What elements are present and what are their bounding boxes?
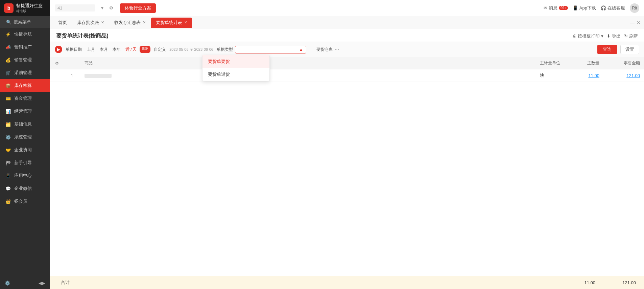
app-download-item[interactable]: 📱 App下载: [573, 5, 596, 11]
col-header-num: [64, 57, 80, 69]
col-header-settings[interactable]: ⚙: [50, 57, 64, 69]
row-unit: 块: [536, 69, 570, 82]
col-header-qty: 主数量: [570, 57, 603, 69]
system-icon: ⚙️: [5, 135, 11, 140]
dropdown-item-order-return[interactable]: 要货单退货: [202, 68, 269, 81]
sidebar-item-app-center[interactable]: 📱 应用中心: [0, 169, 50, 182]
tab-close-recv-summary[interactable]: ✕: [143, 20, 146, 25]
sidebar-item-enterprise[interactable]: 🤝 企业协同: [0, 143, 50, 156]
type-filter-label: 单据类型: [217, 47, 233, 52]
dropdown-item-order-in[interactable]: 要货单要货: [202, 55, 269, 68]
refresh-icon: ↻: [624, 34, 628, 39]
footer-total-amount: 121.00: [599, 280, 640, 285]
finance-icon: 💳: [5, 96, 11, 101]
refresh-button[interactable]: ↻ 刷新: [624, 33, 638, 39]
export-icon: ⬇: [607, 34, 611, 39]
topbar-right: ✉ 消息 99+ 📱 App下载 🎧 在线客服 Rit: [544, 3, 639, 13]
marketing-icon: 📣: [5, 45, 11, 50]
member-icon: 👑: [5, 199, 11, 204]
settings-button[interactable]: 设置: [620, 45, 639, 54]
date-quick-buttons: 上月 本月 本年 近7天 更多: [85, 46, 150, 53]
app-center-icon: 📱: [5, 173, 11, 178]
row-amount[interactable]: 121.00: [603, 69, 644, 82]
tab-close-order-stats[interactable]: ✕: [184, 20, 187, 25]
topbar-search-num: 41: [57, 5, 62, 10]
purchase-icon: 🛒: [5, 70, 11, 75]
print-icon: 🖨: [572, 34, 576, 39]
operations-icon: 📊: [5, 109, 11, 114]
page-header: 要货单统计表(按商品) 🖨 按模板打印 ▾ ⬇ 导出 ↻ 刷新: [50, 29, 644, 42]
print-button[interactable]: 🖨 按模板打印 ▾: [572, 33, 603, 39]
tabs-window-controls: — ✕: [630, 20, 641, 25]
tab-inventory-batch[interactable]: 库存批次账 ✕: [72, 18, 109, 28]
tab-close-inventory-batch[interactable]: ✕: [101, 20, 104, 25]
row-product: [80, 69, 536, 82]
tabs-bar: 首页 库存批次账 ✕ 收发存汇总表 ✕ 要货单统计表 ✕ — ✕: [50, 16, 644, 29]
avatar[interactable]: Rit: [630, 3, 639, 13]
print-chevron-icon: ▾: [601, 34, 603, 39]
sidebar-item-operations[interactable]: 📊 经营管理: [0, 105, 50, 118]
topbar-gear-icon[interactable]: ⚙: [109, 5, 113, 10]
date-btn-this-month[interactable]: 本月: [98, 46, 110, 53]
warehouse-filter-section: 要货仓库 ···: [316, 46, 339, 52]
sidebar-item-basic-info[interactable]: 🗂️ 基础信息: [0, 118, 50, 131]
topbar-chevron-icon[interactable]: ▼: [100, 5, 104, 10]
sidebar-collapse-icon[interactable]: ◀▶: [39, 281, 45, 286]
type-filter-input[interactable]: ▲: [235, 46, 306, 53]
page-header-actions: 🖨 按模板打印 ▾ ⬇ 导出 ↻ 刷新: [572, 33, 638, 39]
sidebar-item-guide[interactable]: 🏁 新手引导: [0, 156, 50, 169]
message-icon: ✉: [544, 5, 547, 10]
topbar-left: 41 ▼ ⚙ 体验行业方案: [55, 3, 544, 13]
date-btn-last-month[interactable]: 上月: [85, 46, 97, 53]
query-button[interactable]: 查询: [597, 45, 617, 54]
logo-text: 畅捷通好生意 标准版: [16, 3, 43, 14]
date-more-badge: 更多: [140, 46, 150, 53]
col-header-amount: 零售金额: [603, 57, 644, 69]
table-row: 1 块 11.00 121.00: [50, 69, 644, 82]
topbar: 41 ▼ ⚙ 体验行业方案 ✉ 消息 99+ 📱 App下载 🎧 在线客服 Ri…: [50, 0, 644, 16]
sales-icon: 💰: [5, 58, 11, 63]
page-title: 要货单统计表(按商品): [56, 32, 109, 40]
row-qty[interactable]: 11.00: [570, 69, 603, 82]
filter-bar: ▶ 单据日期 上月 本月 本年 近7天 更多 自定义 2023-05-06 至 …: [50, 42, 644, 57]
filter-expand-button[interactable]: ▶: [55, 46, 62, 53]
topbar-search[interactable]: 41: [55, 4, 95, 12]
sidebar-item-inventory[interactable]: 📦 库存核算: [0, 79, 50, 92]
headset-icon: 🎧: [601, 5, 606, 10]
window-close-button[interactable]: ✕: [637, 20, 641, 25]
sidebar-footer: ⚙️ ◀▶: [0, 277, 50, 289]
message-item[interactable]: ✉ 消息 99+: [544, 5, 568, 11]
phone-icon: 📱: [573, 5, 578, 10]
settings-icon[interactable]: ⚙️: [5, 281, 10, 286]
window-minimize-button[interactable]: —: [630, 20, 635, 25]
tab-recv-summary[interactable]: 收发存汇总表 ✕: [110, 18, 150, 28]
sidebar-item-member[interactable]: 👑 畅会员: [0, 195, 50, 208]
date-btn-this-year[interactable]: 本年: [111, 46, 122, 53]
sidebar-item-finance[interactable]: 💳 资金管理: [0, 92, 50, 105]
sidebar-logo: b 畅捷通好生意 标准版: [0, 0, 50, 16]
type-input-value: [238, 47, 279, 52]
date-custom-button[interactable]: 自定义: [154, 47, 166, 52]
export-button[interactable]: ⬇ 导出: [607, 33, 621, 39]
sidebar-search-item[interactable]: 🔍 搜索菜单: [0, 16, 50, 28]
type-filter-section: 单据类型 ▲: [217, 46, 306, 53]
sidebar-item-marketing[interactable]: 📣 营销推广: [0, 41, 50, 53]
table-container: ⚙ 商品 主计量单位 主数量 零售金额 1: [50, 57, 644, 276]
online-service-item[interactable]: 🎧 在线客服: [601, 5, 625, 11]
sidebar-item-wechat[interactable]: 💬 企业微信: [0, 182, 50, 195]
warehouse-dots-icon[interactable]: ···: [335, 46, 339, 52]
sidebar-item-purchase[interactable]: 🛒 采购管理: [0, 66, 50, 79]
sidebar: b 畅捷通好生意 标准版 🔍 搜索菜单 ⚡ 快捷导航 📣 营销推广 💰 销售管理…: [0, 0, 50, 289]
sidebar-item-system[interactable]: ⚙️ 系统管理: [0, 131, 50, 143]
tab-home[interactable]: 首页: [53, 18, 72, 28]
footer-total-qty: 11.00: [566, 280, 599, 285]
tab-order-stats[interactable]: 要货单统计表 ✕: [151, 18, 192, 28]
sidebar-item-quick-nav[interactable]: ⚡ 快捷导航: [0, 28, 50, 41]
product-placeholder: [85, 74, 112, 78]
basic-info-icon: 🗂️: [5, 122, 11, 127]
warehouse-filter-label: 要货仓库: [316, 47, 333, 52]
date-btn-7days[interactable]: 近7天: [124, 46, 138, 53]
trial-button[interactable]: 体验行业方案: [120, 3, 156, 13]
data-table: ⚙ 商品 主计量单位 主数量 零售金额 1: [50, 57, 644, 82]
sidebar-item-sales[interactable]: 💰 销售管理: [0, 53, 50, 66]
